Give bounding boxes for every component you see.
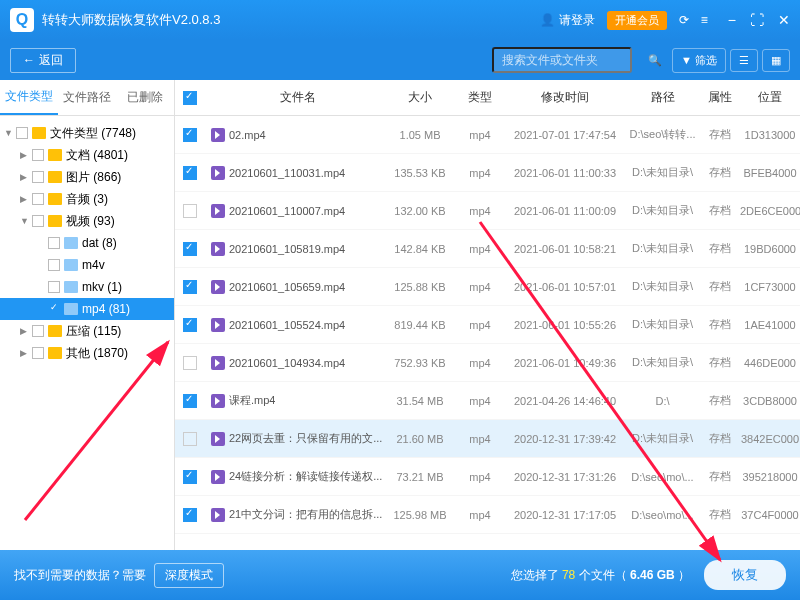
- row-checkbox[interactable]: [183, 508, 197, 522]
- tree-checkbox[interactable]: [32, 149, 44, 161]
- menu-icon[interactable]: ≡: [701, 13, 708, 27]
- tree-label: 音频 (3): [66, 191, 108, 208]
- maximize-icon[interactable]: ⛶: [750, 12, 764, 28]
- file-attr: 存档: [700, 241, 740, 256]
- selection-summary: 您选择了 78 个文件（ 6.46 GB ）: [511, 567, 690, 584]
- tree-checkbox[interactable]: [16, 127, 28, 139]
- tree-checkbox[interactable]: [48, 303, 60, 315]
- file-type: mp4: [455, 433, 505, 445]
- col-attr[interactable]: 属性: [700, 89, 740, 106]
- status-hint: 找不到需要的数据？需要: [14, 567, 146, 584]
- row-checkbox[interactable]: [183, 432, 197, 446]
- sidebar: 文件类型 文件路径 已删除 ▼ 文件类型 (7748)▶ 文档 (4801)▶ …: [0, 80, 175, 550]
- file-size: 125.98 MB: [385, 509, 455, 521]
- video-icon: [211, 280, 225, 294]
- table-row[interactable]: 20210601_110031.mp4 135.53 KB mp4 2021-0…: [175, 154, 800, 192]
- tab-file-path[interactable]: 文件路径: [58, 80, 116, 115]
- file-size: 142.84 KB: [385, 243, 455, 255]
- select-all-checkbox[interactable]: [183, 91, 197, 105]
- row-checkbox[interactable]: [183, 204, 197, 218]
- tree-item[interactable]: ▶ 图片 (866): [0, 166, 174, 188]
- tree-checkbox[interactable]: [32, 347, 44, 359]
- tree-item[interactable]: ▶ 文档 (4801): [0, 144, 174, 166]
- file-name: 20210601_105819.mp4: [229, 243, 345, 255]
- statusbar: 找不到需要的数据？需要 深度模式 您选择了 78 个文件（ 6.46 GB ） …: [0, 550, 800, 600]
- file-pos: BFEB4000: [740, 167, 800, 179]
- col-date[interactable]: 修改时间: [505, 89, 625, 106]
- filter-button[interactable]: ▼ 筛选: [672, 48, 726, 73]
- tree-item[interactable]: ▼ 视频 (93): [0, 210, 174, 232]
- table-row[interactable]: 20210601_110007.mp4 132.00 KB mp4 2021-0…: [175, 192, 800, 230]
- col-pos[interactable]: 位置: [740, 89, 800, 106]
- view-grid-icon[interactable]: ▦: [762, 49, 790, 72]
- file-name: 课程.mp4: [229, 393, 275, 408]
- row-checkbox[interactable]: [183, 166, 197, 180]
- table-row[interactable]: 22网页去重：只保留有用的文... 21.60 MB mp4 2020-12-3…: [175, 420, 800, 458]
- file-size: 752.93 KB: [385, 357, 455, 369]
- col-name[interactable]: 文件名: [205, 89, 385, 106]
- table-row[interactable]: 02.mp4 1.05 MB mp4 2021-07-01 17:47:54 D…: [175, 116, 800, 154]
- tree-checkbox[interactable]: [32, 325, 44, 337]
- file-path: D:\seo\mo\...: [625, 471, 700, 483]
- file-pos: 1CF73000: [740, 281, 800, 293]
- tree-item[interactable]: ▼ 文件类型 (7748): [0, 122, 174, 144]
- tree-checkbox[interactable]: [48, 259, 60, 271]
- close-icon[interactable]: ✕: [778, 12, 790, 28]
- col-size[interactable]: 大小: [385, 89, 455, 106]
- file-size: 73.21 MB: [385, 471, 455, 483]
- file-icon: [64, 303, 78, 315]
- tree-item[interactable]: dat (8): [0, 232, 174, 254]
- table-row[interactable]: 20210601_105819.mp4 142.84 KB mp4 2021-0…: [175, 230, 800, 268]
- file-attr: 存档: [700, 355, 740, 370]
- file-size: 1.05 MB: [385, 129, 455, 141]
- vip-button[interactable]: 开通会员: [607, 11, 667, 30]
- back-button[interactable]: ← 返回: [10, 48, 76, 73]
- row-checkbox[interactable]: [183, 318, 197, 332]
- row-checkbox[interactable]: [183, 128, 197, 142]
- tree-checkbox[interactable]: [32, 171, 44, 183]
- minimize-icon[interactable]: −: [728, 12, 736, 28]
- tree-item[interactable]: ▶ 压缩 (115): [0, 320, 174, 342]
- col-type[interactable]: 类型: [455, 89, 505, 106]
- row-checkbox[interactable]: [183, 394, 197, 408]
- row-checkbox[interactable]: [183, 242, 197, 256]
- table-row[interactable]: 20210601_104934.mp4 752.93 KB mp4 2021-0…: [175, 344, 800, 382]
- user-icon[interactable]: 👤 请登录: [540, 12, 594, 29]
- file-path: D:\: [625, 395, 700, 407]
- file-name: 20210601_110007.mp4: [229, 205, 345, 217]
- row-checkbox[interactable]: [183, 356, 197, 370]
- tree-item[interactable]: mkv (1): [0, 276, 174, 298]
- folder-icon: [48, 347, 62, 359]
- row-checkbox[interactable]: [183, 470, 197, 484]
- search-input[interactable]: [492, 47, 632, 73]
- tree-checkbox[interactable]: [32, 215, 44, 227]
- tree-item[interactable]: ▶ 音频 (3): [0, 188, 174, 210]
- search-icon[interactable]: 🔍: [642, 50, 668, 71]
- video-icon: [211, 318, 225, 332]
- table-row[interactable]: 20210601_105524.mp4 819.44 KB mp4 2021-0…: [175, 306, 800, 344]
- recover-button[interactable]: 恢复: [704, 560, 786, 590]
- tree-item[interactable]: mp4 (81): [0, 298, 174, 320]
- tab-deleted[interactable]: 已删除: [116, 80, 174, 115]
- tree-checkbox[interactable]: [48, 237, 60, 249]
- file-type: mp4: [455, 167, 505, 179]
- col-path[interactable]: 路径: [625, 89, 700, 106]
- file-type: mp4: [455, 205, 505, 217]
- refresh-icon[interactable]: ⟳: [679, 13, 689, 27]
- view-list-icon[interactable]: ☰: [730, 49, 758, 72]
- tree-item[interactable]: m4v: [0, 254, 174, 276]
- tree-checkbox[interactable]: [32, 193, 44, 205]
- file-date: 2021-04-26 14:46:40: [505, 395, 625, 407]
- table-row[interactable]: 21中文分词：把有用的信息拆... 125.98 MB mp4 2020-12-…: [175, 496, 800, 534]
- table-row[interactable]: 课程.mp4 31.54 MB mp4 2021-04-26 14:46:40 …: [175, 382, 800, 420]
- deep-mode-button[interactable]: 深度模式: [154, 563, 224, 588]
- folder-icon: [48, 193, 62, 205]
- row-checkbox[interactable]: [183, 280, 197, 294]
- tree-label: mkv (1): [82, 280, 122, 294]
- tree-checkbox[interactable]: [48, 281, 60, 293]
- file-attr: 存档: [700, 317, 740, 332]
- tab-file-type[interactable]: 文件类型: [0, 80, 58, 115]
- table-row[interactable]: 24链接分析：解读链接传递权... 73.21 MB mp4 2020-12-3…: [175, 458, 800, 496]
- table-row[interactable]: 20210601_105659.mp4 125.88 KB mp4 2021-0…: [175, 268, 800, 306]
- tree-item[interactable]: ▶ 其他 (1870): [0, 342, 174, 364]
